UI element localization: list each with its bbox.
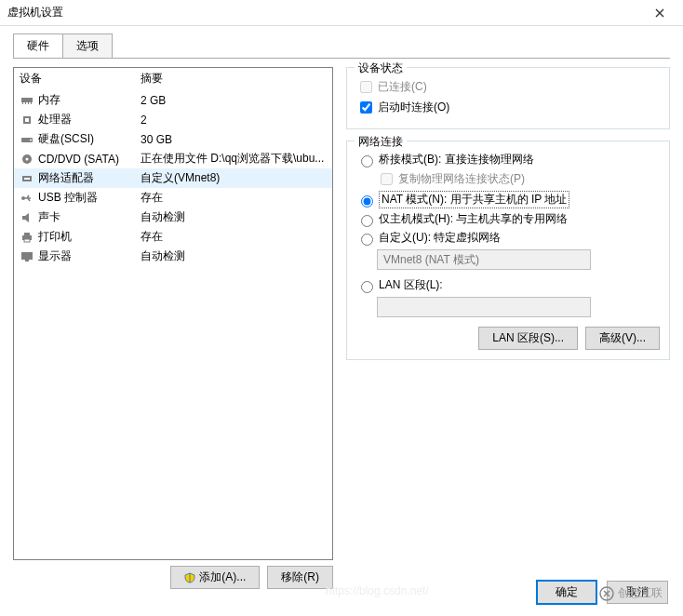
hardware-row[interactable]: USB 控制器存在 — [14, 188, 332, 208]
device-status-group: 设备状态 已连接(C) 启动时连接(O) — [346, 67, 670, 129]
ok-button[interactable]: 确定 — [536, 580, 597, 605]
disk-icon — [20, 133, 34, 146]
cpu-icon — [20, 114, 34, 127]
hardware-header: 设备 摘要 — [14, 68, 332, 90]
hardware-list[interactable]: 内存2 GB处理器2硬盘(SCSI)30 GBCD/DVD (SATA)正在使用… — [14, 90, 332, 559]
hardware-summary: 自动检测 — [141, 248, 327, 264]
hardware-name: 网络适配器 — [38, 170, 141, 186]
sound-icon — [20, 211, 34, 224]
connect-at-poweron-row[interactable]: 启动时连接(O) — [356, 99, 660, 116]
hardware-row[interactable]: 网络适配器自定义(VMnet8) — [14, 168, 332, 188]
background-watermark: https://blog.csdn.net/ — [326, 584, 429, 597]
connect-at-poweron-label: 启动时连接(O) — [378, 100, 449, 115]
shield-icon — [184, 572, 195, 583]
close-button[interactable] — [644, 3, 676, 23]
svg-rect-0 — [21, 98, 33, 102]
col-summary: 摘要 — [141, 71, 163, 87]
lan-segment-radio[interactable] — [361, 281, 373, 293]
hardware-name: 处理器 — [38, 112, 141, 127]
bridged-radio[interactable] — [361, 155, 373, 167]
tabstrip: 硬件 选项 — [13, 33, 683, 58]
lan-segments-button[interactable]: LAN 区段(S)... — [478, 327, 578, 350]
custom-label: 自定义(U): 特定虚拟网络 — [379, 230, 501, 246]
hardware-panel: 设备 摘要 内存2 GB处理器2硬盘(SCSI)30 GBCD/DVD (SAT… — [13, 67, 333, 560]
hardware-row[interactable]: 显示器自动检测 — [14, 247, 332, 266]
hardware-summary: 2 GB — [141, 94, 327, 107]
svg-rect-12 — [24, 178, 30, 180]
hardware-summary: 2 — [141, 114, 327, 127]
hardware-row[interactable]: 声卡自动检测 — [14, 208, 332, 227]
svg-point-10 — [26, 157, 29, 160]
hardware-name: 打印机 — [38, 229, 141, 245]
network-connection-legend: 网络连接 — [355, 134, 407, 150]
nat-radio-row[interactable]: NAT 模式(N): 用于共享主机的 IP 地址 — [356, 191, 660, 208]
title-bar: 虚拟机设置 — [0, 0, 683, 26]
net-icon — [20, 172, 34, 185]
connected-checkbox — [360, 81, 372, 93]
brand-watermark: 创想互联 — [599, 585, 663, 601]
hostonly-label: 仅主机模式(H): 与主机共享的专用网络 — [379, 211, 568, 227]
network-connection-group: 网络连接 桥接模式(B): 直接连接物理网络 复制物理网络连接状态(P) NAT… — [346, 141, 670, 360]
window-title: 虚拟机设置 — [7, 5, 644, 20]
hardware-summary: 自定义(VMnet8) — [141, 170, 327, 186]
hardware-name: 硬盘(SCSI) — [38, 131, 141, 147]
svg-rect-15 — [24, 233, 30, 235]
replicate-label: 复制物理网络连接状态(P) — [398, 171, 525, 187]
brand-icon — [599, 586, 614, 601]
svg-rect-6 — [25, 118, 29, 122]
hardware-name: 显示器 — [38, 248, 141, 264]
hardware-row[interactable]: 内存2 GB — [14, 90, 332, 110]
custom-network-select: VMnet8 (NAT 模式) — [377, 249, 591, 270]
connected-label: 已连接(C) — [378, 79, 427, 95]
memory-icon — [20, 94, 34, 107]
col-device: 设备 — [20, 71, 141, 87]
connect-at-poweron-checkbox[interactable] — [360, 101, 372, 114]
hardware-name: 声卡 — [38, 209, 141, 225]
hardware-summary: 30 GB — [141, 133, 327, 146]
replicate-checkbox-row: 复制物理网络连接状态(P) — [377, 170, 660, 188]
tab-hardware[interactable]: 硬件 — [13, 33, 63, 58]
hardware-row[interactable]: 打印机存在 — [14, 227, 332, 247]
dialog-footer: 确定 取消 创想互联 — [536, 580, 668, 605]
hardware-summary: 存在 — [141, 190, 327, 206]
bridged-radio-row[interactable]: 桥接模式(B): 直接连接物理网络 — [356, 152, 660, 167]
hardware-summary: 存在 — [141, 229, 327, 245]
svg-rect-17 — [21, 252, 33, 260]
lan-segment-select — [377, 297, 591, 317]
add-button[interactable]: 添加(A)... — [170, 566, 260, 589]
hostonly-radio-row[interactable]: 仅主机模式(H): 与主机共享的专用网络 — [356, 211, 660, 227]
hardware-name: 内存 — [38, 92, 141, 108]
svg-rect-4 — [31, 102, 32, 104]
printer-icon — [20, 231, 34, 244]
svg-rect-1 — [22, 102, 23, 104]
display-icon — [20, 250, 34, 263]
tab-options[interactable]: 选项 — [62, 33, 113, 58]
svg-rect-3 — [28, 102, 29, 104]
nat-radio[interactable] — [361, 195, 373, 208]
close-icon — [655, 8, 664, 18]
device-status-legend: 设备状态 — [355, 60, 407, 76]
remove-button[interactable]: 移除(R) — [267, 566, 333, 589]
svg-rect-18 — [25, 260, 29, 261]
hardware-row[interactable]: 硬盘(SCSI)30 GB — [14, 129, 332, 149]
custom-radio-row[interactable]: 自定义(U): 特定虚拟网络 — [356, 230, 660, 246]
hardware-name: USB 控制器 — [38, 190, 141, 206]
connected-checkbox-row: 已连接(C) — [356, 78, 660, 96]
cd-icon — [20, 153, 34, 166]
hardware-row[interactable]: CD/DVD (SATA)正在使用文件 D:\qq浏览器下载\ubu... — [14, 149, 332, 168]
hardware-summary: 自动检测 — [141, 209, 327, 225]
replicate-checkbox — [381, 173, 393, 185]
custom-radio[interactable] — [361, 234, 373, 246]
usb-icon — [20, 192, 34, 205]
lan-segment-radio-row[interactable]: LAN 区段(L): — [356, 277, 660, 293]
nat-label: NAT 模式(N): 用于共享主机的 IP 地址 — [379, 191, 569, 208]
svg-point-8 — [30, 139, 32, 141]
lan-segment-label: LAN 区段(L): — [379, 277, 443, 293]
hardware-summary: 正在使用文件 D:\qq浏览器下载\ubu... — [141, 151, 327, 167]
advanced-button[interactable]: 高级(V)... — [585, 327, 660, 350]
svg-rect-2 — [25, 102, 26, 104]
hostonly-radio[interactable] — [361, 215, 373, 227]
hardware-name: CD/DVD (SATA) — [38, 153, 141, 166]
add-button-label: 添加(A)... — [199, 569, 246, 585]
hardware-row[interactable]: 处理器2 — [14, 110, 332, 129]
